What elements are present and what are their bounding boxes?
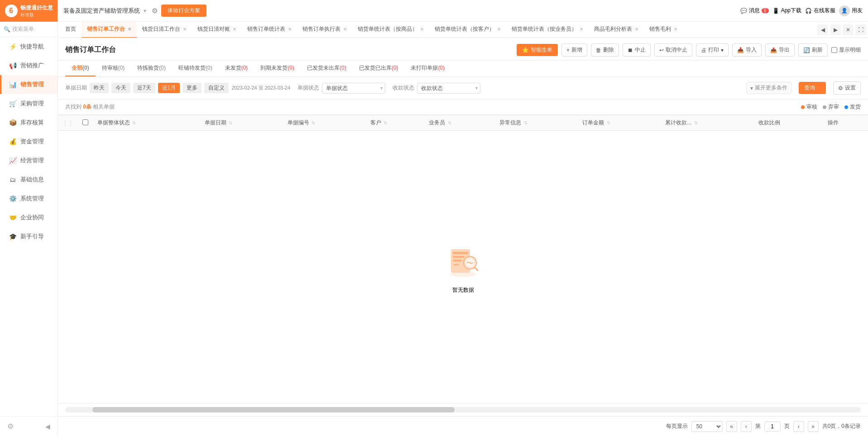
tab-cash-reconcile[interactable]: 钱货日清对账✕ [192,22,242,38]
op-ship[interactable]: 发货 [844,103,861,111]
sidebar-item-enterprise[interactable]: 🤝企业协同 [0,208,58,227]
tab-close-cash-daily[interactable]: ✕ [183,27,187,32]
tab-close-sales-summary-customer[interactable]: ✕ [497,27,501,32]
refresh-btn[interactable]: 🔄 刷新 [798,43,828,57]
sub-tab-pending-inspection[interactable]: 待拣验货(0) [131,61,172,76]
sidebar-item-basic-info[interactable]: 🗂基础信息 [0,170,58,189]
sidebar-item-finance[interactable]: 💰资金管理 [0,132,58,151]
tab-sales-summary-product[interactable]: 销货单统计表（按商品）✕ [352,22,429,38]
payment-select[interactable]: 收款状态 [417,83,480,94]
sort-collected-icon[interactable]: ⇅ [694,120,698,125]
sub-tab-all[interactable]: 全部(0) [65,61,96,76]
date-btn-1month[interactable]: 近1月 [158,83,180,93]
tab-sales-summary-staff[interactable]: 销货单统计表（按业务员）✕ [506,22,589,38]
add-btn[interactable]: + 新增 [561,43,587,57]
date-btn-yesterday[interactable]: 昨天 [90,83,109,93]
import-btn[interactable]: 📥 导入 [732,43,762,57]
tab-home[interactable]: 首页 [60,22,82,38]
sidebar-item-newbie[interactable]: 🎓新手引导 [0,227,58,246]
tab-sales-exec[interactable]: 销售订单执行表✕ [297,22,352,38]
page-first-btn[interactable]: « [726,421,737,432]
status-select[interactable]: 单据状态 [322,83,385,94]
sort-salesperson-icon[interactable]: ⇅ [448,120,451,125]
page-prev-btn[interactable]: ‹ [741,421,752,432]
sort-date-icon[interactable]: ⇅ [229,120,232,125]
sidebar-item-operations[interactable]: 📈经营管理 [0,151,58,170]
tab-fullscreen[interactable]: ⛶ [855,24,866,35]
date-btn-custom[interactable]: 自定义 [204,83,229,93]
tab-sales-summary-customer[interactable]: 销货单统计表（按客户）✕ [429,22,506,38]
topbar-gear-icon[interactable]: ⚙ [152,7,158,15]
sort-amount-icon[interactable]: ⇅ [607,120,610,125]
tab-margin-analysis[interactable]: 商品毛利分析表✕ [589,22,644,38]
print-btn[interactable]: 🖨 打印 ▾ [696,43,729,57]
tab-sales-gross[interactable]: 销售毛利✕ [644,22,683,38]
sidebar-item-marketing[interactable]: 📢营销推广 [0,56,58,75]
tab-close-sales-gross[interactable]: ✕ [674,27,677,32]
tab-nav-next[interactable]: ▶ [830,24,841,35]
show-detail-input[interactable] [831,47,837,53]
tab-close-sales-summary-staff[interactable]: ✕ [580,27,583,32]
sidebar-search[interactable]: 🔍 搜索菜单 [0,22,58,37]
page-last-btn[interactable]: » [808,421,819,432]
sub-tab-not-shipped[interactable]: 未发货(0) [219,61,254,76]
tab-label-home: 首页 [65,25,76,33]
date-btn-7days[interactable]: 近7天 [133,83,155,93]
topbar-online-service[interactable]: 🎧 在线客服 [805,7,835,14]
sidebar-item-quick-nav[interactable]: ⚡快捷导航 [0,37,58,56]
settings-icon[interactable]: ⚙ [7,422,14,431]
settings-btn[interactable]: ⚙ 设置 [833,81,861,95]
sub-tab-pending-review[interactable]: 待审核(0) [96,61,131,76]
industry-btn[interactable]: 体验行业方案 [161,5,206,17]
query-btn[interactable]: 查询 [799,82,826,94]
tab-close-sales-exec[interactable]: ✕ [343,27,347,32]
tab-close-sales-summary-product[interactable]: ✕ [420,27,424,32]
topbar-app-download[interactable]: 📱 App下载 [772,7,801,14]
sub-tab-not-printed[interactable]: 未打印单据(0) [404,61,451,76]
sub-tab-shipped-out[interactable]: 已发货已出库(0) [353,61,405,76]
date-btn-more[interactable]: 更多 [182,83,201,93]
tab-close-cash-reconcile[interactable]: ✕ [233,27,236,32]
sort-customer-icon[interactable]: ⇅ [384,120,387,125]
tab-close-sales-workbench[interactable]: ✕ [128,27,131,32]
sub-tab-wangpu-pending[interactable]: 旺铺待发货(0) [172,61,219,76]
show-detail-checkbox[interactable]: 显示明细 [831,46,861,54]
op-cancel-review[interactable]: 弃审 [823,103,839,111]
tab-close-margin-analysis[interactable]: ✕ [635,27,638,32]
stop-btn[interactable]: ⏹ 中止 [623,43,651,57]
delete-btn[interactable]: 🗑 删除 [591,43,619,57]
sidebar-item-sales-mgmt[interactable]: 📊销售管理 [0,75,58,94]
tab-sales-workbench[interactable]: 销售订单工作台✕ [82,22,137,38]
expand-btn[interactable]: ▾ 展开更多条件 [746,82,791,94]
sidebar-item-system[interactable]: ⚙️系统管理 [0,189,58,208]
scroll-thumb[interactable] [92,407,455,412]
page-size-select[interactable]: 10 20 50 100 [691,421,723,432]
topbar-user[interactable]: 👤 用友 [839,5,863,16]
search-icon: 🔍 [4,26,10,33]
sub-tab-shipped-not-out[interactable]: 已发货未出库(0) [301,61,353,76]
topbar-message[interactable]: 💬 消息 6 [740,7,769,14]
tab-cash-daily[interactable]: 钱货日清工作台✕ [137,22,192,38]
op-review[interactable]: 审核 [801,103,817,111]
date-btn-today[interactable]: 今天 [111,83,130,93]
page-input[interactable] [764,422,781,431]
sort-status-icon[interactable]: ⇅ [132,120,136,125]
tab-sales-stats[interactable]: 销售订单统计表✕ [242,22,297,38]
tab-close-sales-stats[interactable]: ✕ [288,27,292,32]
select-all-checkbox[interactable] [82,119,88,125]
page-next-btn[interactable]: › [793,421,804,432]
collapse-icon[interactable]: ◀ [45,423,50,430]
nav-icon-system: ⚙️ [9,195,17,202]
sort-exception-icon[interactable]: ⇅ [524,120,528,125]
export-btn[interactable]: 📤 导出 [765,43,795,57]
cancel-stop-btn[interactable]: ↩ 取消中止 [654,43,692,57]
tab-close-all[interactable]: ✕ [843,24,854,35]
topbar-dropdown-icon[interactable]: ▾ [144,8,146,14]
sidebar-item-purchase-mgmt[interactable]: 🛒采购管理 [0,94,58,113]
sidebar-item-inventory[interactable]: 📦库存核算 [0,113,58,132]
sort-number-icon[interactable]: ⇅ [312,120,315,125]
th-check[interactable] [78,115,93,131]
smart-btn[interactable]: ⭐ 智能生单 [517,44,558,56]
tab-nav-prev[interactable]: ◀ [817,24,828,35]
sub-tab-expired-not-shipped[interactable]: 到期未发货(0) [254,61,301,76]
